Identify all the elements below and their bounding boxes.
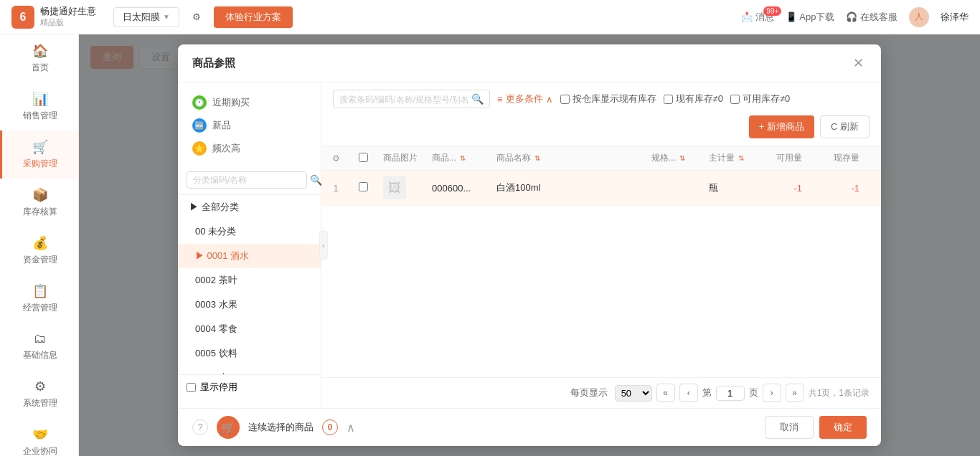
selection-count-badge: 0 <box>322 419 338 435</box>
logo-text-area: 畅捷通好生意 精品版 <box>40 6 96 29</box>
user-name: 徐泽华 <box>941 11 969 24</box>
sidebar-item-basic-info[interactable]: 🗂 基础信息 <box>0 323 78 370</box>
nav-select-arrow-icon: ▼ <box>163 13 170 21</box>
row-placeholder <box>867 171 881 206</box>
category-search-icon[interactable]: 🔍 <box>310 174 322 186</box>
last-page-button[interactable]: » <box>786 384 804 402</box>
cat-item-0008[interactable]: 0008 水 <box>178 366 321 374</box>
sidebar-item-purchase[interactable]: 🛒 采购管理 <box>0 130 78 179</box>
col-header-unit[interactable]: 主计量 ⇅ <box>702 146 752 171</box>
sidebar-item-sales[interactable]: 📊 销售管理 <box>0 82 78 130</box>
new-product-item[interactable]: 🆕 新品 <box>187 114 312 137</box>
settings-icon[interactable]: ⚙ <box>185 6 208 29</box>
cancel-button[interactable]: 取消 <box>765 416 814 439</box>
sidebar-item-label: 经营管理 <box>23 302 57 314</box>
modal-close-button[interactable]: ✕ <box>849 54 867 72</box>
frequent-item[interactable]: ⭐ 频次高 <box>187 137 312 160</box>
message-badge: 99+ <box>763 6 781 16</box>
cat-0002-label: 0002 茶叶 <box>195 274 237 287</box>
first-page-button[interactable]: « <box>656 384 675 402</box>
col-header-code[interactable]: 商品... ⇅ <box>425 146 489 171</box>
refresh-button[interactable]: C 刷新 <box>820 115 870 138</box>
cat-item-0001[interactable]: ▶ 0001 酒水 <box>178 244 321 268</box>
available-stock-checkbox[interactable] <box>730 95 740 104</box>
nav-select[interactable]: 日太阳膜 ▼ <box>113 7 179 27</box>
category-search-box: 🔍 <box>178 166 321 195</box>
recent-purchases-item[interactable]: 🕐 近期购买 <box>187 91 312 114</box>
table-settings-icon: ⚙ <box>332 153 340 163</box>
cat-item-0004[interactable]: 0004 零食 <box>178 317 321 341</box>
sales-icon: 📊 <box>32 91 48 107</box>
cat-item-0003[interactable]: 0003 水果 <box>178 293 321 317</box>
per-page-select[interactable]: 50 100 200 <box>615 385 652 402</box>
total-info: 共1页，1条记录 <box>809 387 870 399</box>
display-disabled-checkbox[interactable] <box>187 383 196 392</box>
prev-page-button[interactable]: ‹ <box>679 384 698 402</box>
home-icon: 🏠 <box>32 43 48 59</box>
confirm-button[interactable]: 确定 <box>819 416 867 439</box>
warehouse-stock-filter[interactable]: 按仓库显示现有库存 <box>560 92 656 105</box>
sidebar-item-enterprise[interactable]: 🤝 企业协同 <box>0 418 78 456</box>
row-code: 000600... <box>425 171 489 206</box>
current-stock-checkbox[interactable] <box>664 95 673 104</box>
row-checkbox[interactable] <box>359 182 368 191</box>
cart-icon[interactable]: 🛒 <box>217 416 240 439</box>
footer-right: 取消 确定 <box>765 416 867 439</box>
col-header-image: 商品图片 <box>376 146 425 171</box>
sidebar-item-label: 企业协同 <box>23 445 57 456</box>
select-all-checkbox[interactable] <box>359 153 368 162</box>
toolbar-right: + 新增商品 C 刷新 <box>749 115 870 138</box>
row-check[interactable] <box>350 171 376 206</box>
message-area[interactable]: 📩 消息 99+ <box>741 11 774 24</box>
search-input-wrap: 🔍 <box>333 90 490 108</box>
sidebar-item-system[interactable]: ⚙ 系统管理 <box>0 370 78 418</box>
sidebar-item-home[interactable]: 🏠 首页 <box>0 34 78 82</box>
online-service[interactable]: 🎧 在线客服 <box>846 11 897 24</box>
inventory-icon: 📦 <box>32 187 48 203</box>
col-header-name[interactable]: 商品名称 ⇅ <box>489 146 644 171</box>
more-filter-button[interactable]: ≡ 更多条件 ∧ <box>497 92 553 105</box>
freq-icon: ⭐ <box>192 141 207 156</box>
col-header-avail: 可用量 <box>752 146 809 171</box>
trial-button[interactable]: 体验行业方案 <box>214 6 293 28</box>
row-spec <box>644 171 702 206</box>
sidebar-item-operations[interactable]: 📋 经营管理 <box>0 275 78 323</box>
product-search-icon[interactable]: 🔍 <box>471 93 484 105</box>
sidebar-item-label: 系统管理 <box>23 397 57 409</box>
help-icon[interactable]: ? <box>192 419 208 435</box>
right-panel: 🔍 ≡ 更多条件 ∧ 按仓库显示现有库存 <box>321 82 881 408</box>
col-header-spec[interactable]: 规格... ⇅ <box>644 146 702 171</box>
col-header-settings[interactable]: ⚙ <box>321 146 350 171</box>
current-stock-filter[interactable]: 现有库存≠0 <box>664 92 723 105</box>
recent-label: 近期购买 <box>212 96 250 109</box>
available-stock-filter[interactable]: 可用库存≠0 <box>730 92 790 105</box>
row-image: 🖼 <box>376 171 425 206</box>
collapse-panel-button[interactable]: ‹ <box>319 231 328 260</box>
sidebar-item-finance[interactable]: 💰 资金管理 <box>0 227 78 275</box>
product-search-input[interactable] <box>339 94 468 105</box>
collapse-cart-icon[interactable]: ∧ <box>347 421 355 434</box>
cat-item-00[interactable]: 00 未分类 <box>178 219 321 244</box>
scrollbar-placeholder <box>867 146 881 171</box>
sidebar-item-inventory[interactable]: 📦 库存核算 <box>0 179 78 227</box>
col-header-stock: 现存量 <box>809 146 867 171</box>
app-download[interactable]: 📱 App下载 <box>786 11 834 24</box>
page-number-input[interactable] <box>716 386 745 401</box>
cat-item-0002[interactable]: 0002 茶叶 <box>178 268 321 293</box>
col-header-check[interactable] <box>350 146 376 171</box>
display-disabled-label[interactable]: 显示停用 <box>200 381 237 394</box>
row-stock: -1 <box>809 171 867 206</box>
spec-sort-icon: ⇅ <box>679 154 685 162</box>
table-row[interactable]: 1 🖼 000600... 白酒100ml 瓶 <box>321 171 881 206</box>
logo-area: 6 畅捷通好生意 精品版 <box>11 6 96 29</box>
add-product-button[interactable]: + 新增商品 <box>749 115 814 138</box>
category-search-input[interactable] <box>187 171 307 189</box>
sidebar: 🏠 首页 📊 销售管理 🛒 采购管理 📦 库存核算 💰 资金管理 📋 经营管理 … <box>0 34 79 456</box>
user-avatar: 人 <box>909 7 929 27</box>
next-page-button[interactable]: › <box>763 384 781 402</box>
category-list: ▶ 全部分类 00 未分类 ▶ 0001 酒水 0002 茶叶 <box>178 195 321 374</box>
warehouse-stock-checkbox[interactable] <box>560 95 570 104</box>
cat-item-0005[interactable]: 0005 饮料 <box>178 341 321 366</box>
sidebar-item-label: 采购管理 <box>23 158 57 170</box>
cat-item-all[interactable]: ▶ 全部分类 <box>178 195 321 219</box>
